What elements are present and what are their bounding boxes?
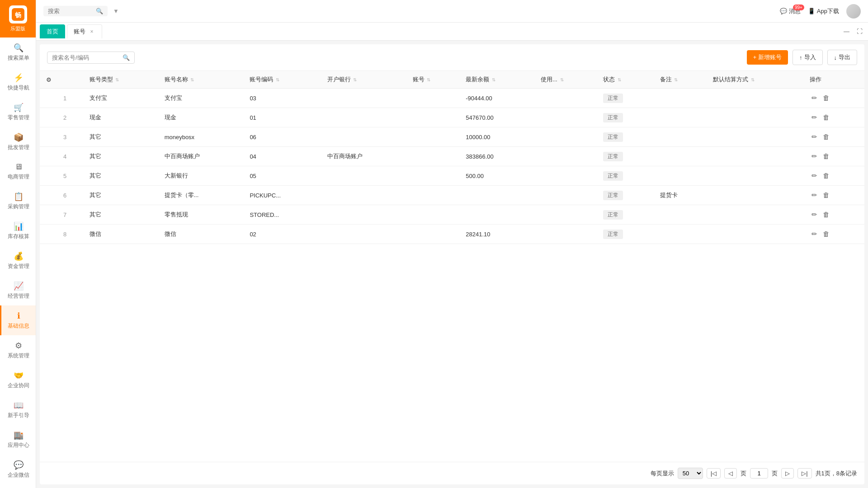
col-settings[interactable]: ⚙ bbox=[40, 71, 58, 89]
row-latest-balance: 383866.00 bbox=[460, 147, 535, 166]
last-page-button[interactable]: ▷| bbox=[797, 468, 811, 479]
edit-button[interactable]: ✏ bbox=[810, 229, 819, 239]
sidebar-item-system[interactable]: ⚙ 系统管理 bbox=[0, 335, 36, 365]
delete-button[interactable]: 🗑 bbox=[821, 113, 831, 122]
tab-account-close[interactable]: × bbox=[88, 28, 95, 35]
per-page-select[interactable]: 50 100 200 bbox=[678, 468, 703, 479]
row-settings bbox=[40, 205, 58, 225]
col-account-name[interactable]: 账号名称 ⇅ bbox=[159, 71, 245, 89]
delete-button[interactable]: 🗑 bbox=[821, 132, 831, 141]
message-button[interactable]: 💬 消息 99+ bbox=[780, 7, 801, 15]
row-account-code: 02 bbox=[244, 225, 321, 244]
topbar-dropdown-icon[interactable]: ▼ bbox=[113, 8, 119, 14]
content-toolbar: 🔍 + 新增账号 ↑ 导入 ↓ 导出 bbox=[40, 44, 864, 71]
next-page-button[interactable]: ▷ bbox=[781, 468, 794, 479]
table-row: 1 支付宝 支付宝 03 -90444.00 正常 ✏ 🗑 bbox=[40, 89, 864, 108]
sidebar-item-appstore[interactable]: 🏬 应用中心 bbox=[0, 425, 36, 455]
sidebar-item-operations[interactable]: 📈 经营管理 bbox=[0, 276, 36, 305]
total-records-label: 共1页，8条记录 bbox=[816, 469, 857, 478]
prev-page-button[interactable]: ◁ bbox=[724, 468, 737, 479]
edit-button[interactable]: ✏ bbox=[810, 93, 819, 103]
sidebar-item-shortcut[interactable]: ⚡ 快捷导航 bbox=[0, 67, 36, 97]
col-usage[interactable]: 使用... ⇅ bbox=[535, 71, 598, 89]
row-account-name: 支付宝 bbox=[159, 89, 245, 108]
edit-button[interactable]: ✏ bbox=[810, 132, 819, 142]
tab-home[interactable]: 首页 bbox=[40, 24, 65, 38]
row-account-no bbox=[407, 147, 461, 166]
tab-account[interactable]: 账号 × bbox=[67, 24, 102, 38]
row-index: 3 bbox=[58, 127, 84, 147]
app-download-label: App下载 bbox=[817, 7, 839, 15]
edit-button[interactable]: ✏ bbox=[810, 210, 819, 220]
row-status: 正常 bbox=[598, 225, 655, 244]
row-account-code: 01 bbox=[244, 108, 321, 127]
sidebar-item-inventory[interactable]: 📊 库存核算 bbox=[0, 216, 36, 246]
sidebar-item-purchase-label: 采购管理 bbox=[8, 203, 29, 211]
sidebar-item-guide[interactable]: 📖 新手引导 bbox=[0, 395, 36, 425]
first-page-button[interactable]: |◁ bbox=[707, 468, 721, 479]
sidebar-item-member[interactable]: 👤 畅会员 bbox=[0, 484, 36, 488]
row-account-type: 其它 bbox=[84, 147, 159, 166]
tab-maximize-button[interactable]: ⛶ bbox=[855, 26, 864, 37]
sidebar-item-enterprise[interactable]: 🤝 企业协同 bbox=[0, 365, 36, 395]
row-account-name: 提货卡（零... bbox=[159, 186, 245, 205]
row-latest-balance: 10000.00 bbox=[460, 127, 535, 147]
sidebar-item-finance[interactable]: 💰 资金管理 bbox=[0, 246, 36, 276]
topbar-search-input[interactable] bbox=[48, 8, 93, 14]
row-bank bbox=[322, 108, 407, 127]
col-notes[interactable]: 备注 ⇅ bbox=[655, 71, 708, 89]
row-settings bbox=[40, 127, 58, 147]
col-default-settlement[interactable]: 默认结算方式 ⇅ bbox=[708, 71, 804, 89]
row-usage bbox=[535, 147, 598, 166]
retail-icon: 🛒 bbox=[14, 103, 24, 113]
sidebar-item-search[interactable]: 🔍 搜索菜单 bbox=[0, 38, 36, 67]
col-index bbox=[58, 71, 84, 89]
delete-button[interactable]: 🗑 bbox=[821, 190, 831, 200]
edit-button[interactable]: ✏ bbox=[810, 113, 819, 122]
col-status[interactable]: 状态 ⇅ bbox=[598, 71, 655, 89]
current-page-input[interactable]: 1 bbox=[750, 468, 768, 479]
row-index: 2 bbox=[58, 108, 84, 127]
delete-button[interactable]: 🗑 bbox=[821, 229, 831, 239]
row-account-type: 其它 bbox=[84, 205, 159, 225]
topbar-search-box[interactable]: 🔍 bbox=[43, 6, 108, 16]
row-bank bbox=[322, 89, 407, 108]
delete-button[interactable]: 🗑 bbox=[821, 93, 831, 103]
user-avatar[interactable] bbox=[846, 4, 861, 19]
topbar-left: 🔍 ▼ bbox=[43, 6, 119, 16]
add-account-button[interactable]: + 新增账号 bbox=[747, 50, 788, 65]
edit-button[interactable]: ✏ bbox=[810, 171, 819, 181]
edit-button[interactable]: ✏ bbox=[810, 190, 819, 200]
col-bank[interactable]: 开户银行 ⇅ bbox=[322, 71, 407, 89]
col-latest-balance[interactable]: 最新余额 ⇅ bbox=[460, 71, 535, 89]
sidebar-item-wechat[interactable]: 💬 企业微信 bbox=[0, 455, 36, 484]
delete-button[interactable]: 🗑 bbox=[821, 210, 831, 219]
sidebar-item-appstore-label: 应用中心 bbox=[8, 441, 29, 449]
col-account-code[interactable]: 账号编码 ⇅ bbox=[244, 71, 321, 89]
edit-button[interactable]: ✏ bbox=[810, 151, 819, 161]
sidebar-item-retail[interactable]: 🛒 零售管理 bbox=[0, 97, 36, 127]
account-search-box[interactable]: 🔍 bbox=[47, 52, 135, 64]
purchase-icon: 📋 bbox=[14, 192, 24, 202]
sidebar-item-purchase[interactable]: 📋 采购管理 bbox=[0, 186, 36, 216]
sidebar-item-wholesale[interactable]: 📦 批发管理 bbox=[0, 127, 36, 157]
account-search-input[interactable] bbox=[52, 54, 120, 61]
shortcut-icon: ⚡ bbox=[14, 73, 24, 83]
tab-minimize-button[interactable]: — bbox=[842, 26, 851, 37]
wechat-icon: 💬 bbox=[14, 460, 24, 470]
sidebar-item-inventory-label: 库存核算 bbox=[8, 233, 29, 240]
app-download-button[interactable]: 📱 App下载 bbox=[808, 7, 839, 15]
row-account-no bbox=[407, 186, 461, 205]
col-account-no[interactable]: 账号 ⇅ bbox=[407, 71, 461, 89]
sidebar-item-system-label: 系统管理 bbox=[8, 352, 29, 360]
import-button[interactable]: ↑ 导入 bbox=[793, 50, 823, 65]
row-account-type: 其它 bbox=[84, 127, 159, 147]
col-account-type[interactable]: 账号类型 ⇅ bbox=[84, 71, 159, 89]
delete-button[interactable]: 🗑 bbox=[821, 151, 831, 161]
export-button[interactable]: ↓ 导出 bbox=[827, 50, 858, 65]
sidebar-item-basic[interactable]: ℹ 基础信息 bbox=[0, 305, 36, 335]
tab-account-label: 账号 bbox=[74, 28, 85, 36]
sidebar-item-ecommerce[interactable]: 🖥 电商管理 bbox=[0, 157, 36, 186]
row-account-type: 其它 bbox=[84, 166, 159, 186]
delete-button[interactable]: 🗑 bbox=[821, 171, 831, 180]
